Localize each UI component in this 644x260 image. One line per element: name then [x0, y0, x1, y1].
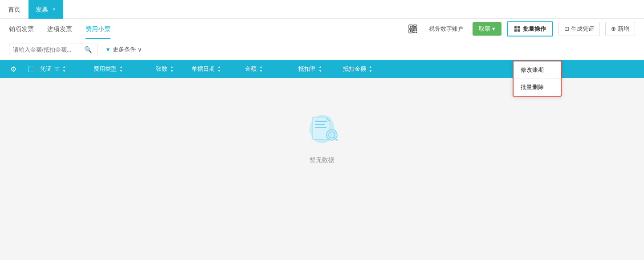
more-conditions-arrow: ∨	[138, 46, 142, 53]
header-checkbox[interactable]	[28, 66, 34, 72]
filter-icon: ▼	[105, 46, 111, 53]
svg-rect-7	[416, 29, 417, 31]
top-nav: 首页 发票 ×	[0, 0, 644, 19]
svg-rect-18	[315, 127, 326, 128]
batch-ops-label: 批量操作	[523, 25, 546, 33]
svg-rect-5	[410, 30, 412, 32]
empty-state-icon	[300, 105, 344, 149]
nav-tab-close-icon[interactable]: ×	[53, 0, 56, 19]
quepiao-button[interactable]: 取票 ▾	[473, 22, 501, 36]
th-deduct-rate-label: 抵扣率	[298, 65, 316, 73]
batch-ops-icon	[514, 26, 520, 32]
sub-tabs-right: 税务数字账户 取票 ▾ 批量操作 ⊡ 生成凭证 ⊕ 新增	[406, 21, 635, 37]
th-amount[interactable]: 金额 ▲▼	[245, 65, 298, 73]
search-icon[interactable]: 🔍	[84, 46, 92, 53]
svg-rect-13	[518, 29, 520, 32]
more-conditions-label: 更多条件	[113, 45, 136, 53]
tab-expense-receipt[interactable]: 费用小票	[86, 19, 110, 39]
svg-rect-9	[416, 32, 417, 33]
qr-icon-button[interactable]	[406, 22, 420, 36]
svg-rect-10	[514, 26, 517, 28]
svg-rect-3	[414, 26, 416, 28]
svg-rect-6	[413, 29, 415, 31]
quepiao-label: 取票	[479, 25, 490, 33]
search-input-wrap[interactable]: 🔍	[9, 44, 98, 55]
settings-icon: ⚙	[10, 65, 16, 73]
svg-rect-11	[518, 26, 520, 28]
nav-tab-invoice-label: 发票	[36, 0, 48, 19]
generate-voucher-label: 生成凭证	[571, 25, 594, 33]
dropdown-item-batch-delete[interactable]: 批量删除	[514, 78, 561, 96]
new-label: 新增	[618, 25, 629, 33]
svg-rect-8	[413, 32, 415, 33]
th-expense-type-label: 费用类型	[94, 65, 117, 73]
sub-tabs-left: 销项发票 进项发票 费用小票	[9, 19, 110, 39]
th-deduct-amount[interactable]: 抵扣金额 ▲▼	[343, 65, 396, 73]
th-checkbox[interactable]	[22, 66, 40, 72]
new-button[interactable]: ⊕ 新增	[605, 22, 635, 36]
batch-ops-dropdown: 修改账期 批量删除	[513, 61, 562, 97]
th-expense-type[interactable]: 费用类型 ▲▼	[94, 65, 156, 73]
svg-rect-17	[315, 124, 325, 125]
empty-state-text: 暂无数据	[310, 156, 334, 164]
sub-tabs-bar: 销项发票 进项发票 费用小票 税务数字账户 取票 ▾	[0, 19, 644, 39]
th-date-label: 单据日期	[192, 65, 215, 73]
th-date[interactable]: 单据日期 ▲▼	[192, 65, 245, 73]
filter-bar: 🔍 ▼ 更多条件 ∨	[0, 39, 644, 60]
tax-digital-account-button[interactable]: 税务数字账户	[425, 25, 467, 33]
th-settings[interactable]: ⚙	[4, 65, 22, 73]
nav-home[interactable]: 首页	[0, 0, 29, 19]
th-voucher-label: 凭证	[40, 65, 52, 73]
th-amount-label: 金额	[245, 65, 257, 73]
th-deduct-rate[interactable]: 抵扣率 ▲▼	[298, 65, 343, 73]
new-icon: ⊕	[611, 25, 616, 32]
th-voucher[interactable]: 凭证 ▲▼	[40, 65, 94, 73]
tab-input-invoice[interactable]: 进项发票	[47, 19, 72, 39]
th-count[interactable]: 张数 ▲▼	[156, 65, 192, 73]
svg-rect-12	[514, 29, 517, 32]
th-count-label: 张数	[156, 65, 167, 73]
more-conditions-button[interactable]: ▼ 更多条件 ∨	[105, 45, 142, 53]
quepiao-arrow-icon: ▾	[492, 25, 495, 32]
generate-voucher-button[interactable]: ⊡ 生成凭证	[558, 22, 600, 36]
svg-rect-16	[315, 121, 327, 122]
voucher-filter-icon	[54, 66, 60, 72]
search-input[interactable]	[13, 46, 84, 53]
dropdown-item-modify-period[interactable]: 修改账期	[514, 61, 561, 78]
nav-tab-invoice[interactable]: 发票 ×	[29, 0, 63, 19]
th-deduct-amount-label: 抵扣金额	[343, 65, 366, 73]
svg-rect-1	[410, 26, 412, 28]
batch-ops-button[interactable]: 批量操作	[507, 21, 553, 37]
tab-sales-invoice[interactable]: 销项发票	[9, 19, 34, 39]
generate-voucher-icon: ⊡	[564, 25, 569, 32]
